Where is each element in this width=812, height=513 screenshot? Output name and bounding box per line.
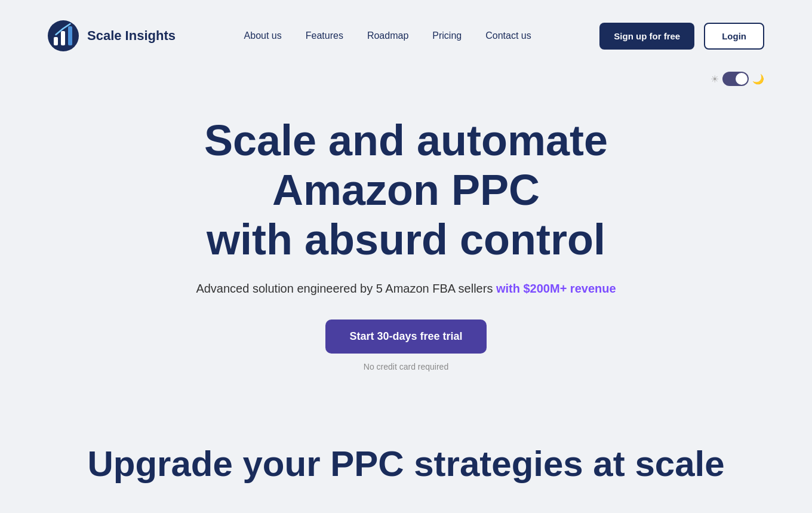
- logo-link[interactable]: Scale Insights: [48, 20, 176, 51]
- svg-rect-3: [68, 26, 72, 45]
- hero-title-line1: Scale and automate Amazon PPC: [204, 116, 608, 214]
- hero-subtitle-highlight: with $200M+ revenue: [496, 282, 616, 295]
- svg-rect-1: [54, 37, 58, 45]
- nav-item-contact[interactable]: Contact us: [485, 30, 531, 41]
- nav-item-pricing[interactable]: Pricing: [432, 30, 462, 41]
- upgrade-title: Upgrade your PPC strategies at scale: [48, 443, 764, 484]
- theme-toggle-thumb: [736, 73, 748, 85]
- hero-subtitle-plain: Advanced solution engineered by 5 Amazon…: [196, 282, 496, 295]
- cta-wrapper: Start 30-days free trial No credit card …: [48, 320, 764, 371]
- signup-button[interactable]: Sign up for free: [599, 23, 694, 50]
- trial-button[interactable]: Start 30-days free trial: [325, 320, 486, 354]
- theme-toggle-wrapper: ☀ 🌙: [710, 72, 764, 86]
- hero-title-line2: with absurd control: [207, 216, 605, 263]
- upgrade-section: Upgrade your PPC strategies at scale: [0, 407, 812, 513]
- header-actions: Sign up for free Login: [599, 23, 764, 50]
- moon-icon: 🌙: [752, 73, 764, 85]
- nav-item-about[interactable]: About us: [244, 30, 282, 41]
- site-header: Scale Insights About us Features Roadmap…: [0, 0, 812, 72]
- sun-icon: ☀: [710, 73, 719, 85]
- svg-rect-2: [61, 31, 65, 45]
- hero-section: Scale and automate Amazon PPC with absur…: [0, 92, 812, 407]
- theme-toggle-area: ☀ 🌙: [0, 72, 812, 86]
- no-credit-text: No credit card required: [48, 362, 764, 371]
- logo-text: Scale Insights: [87, 28, 176, 44]
- login-button[interactable]: Login: [704, 23, 764, 50]
- main-nav: About us Features Roadmap Pricing Contac…: [244, 30, 531, 41]
- logo-icon: [48, 20, 79, 51]
- hero-subtitle: Advanced solution engineered by 5 Amazon…: [48, 282, 764, 296]
- hero-title: Scale and automate Amazon PPC with absur…: [137, 116, 675, 264]
- nav-item-features[interactable]: Features: [306, 30, 343, 41]
- nav-item-roadmap[interactable]: Roadmap: [367, 30, 408, 41]
- theme-toggle-track[interactable]: [722, 72, 749, 86]
